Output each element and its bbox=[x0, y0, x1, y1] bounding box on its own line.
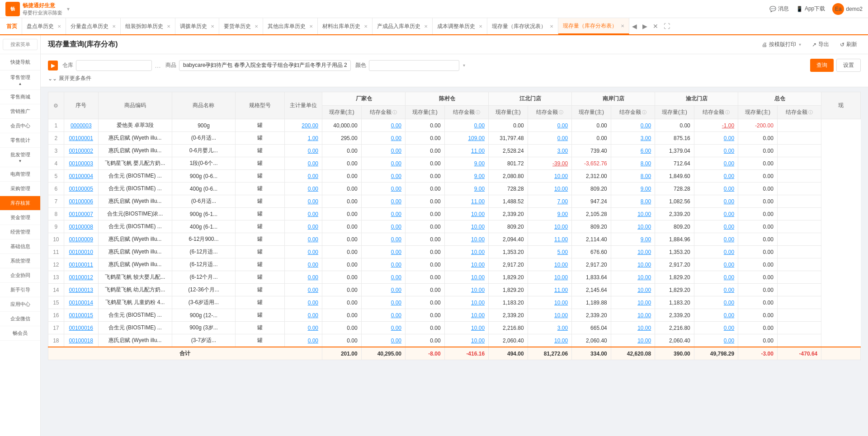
sidebar-search-area: 搜索英单 bbox=[0, 35, 40, 54]
table-row: 800100007合生元(BIOSTIME)浓...900g (6-1...罐0… bbox=[48, 208, 861, 220]
col-factory-amt: 结存金额ⓘ bbox=[361, 106, 405, 119]
print-btn[interactable]: 🖨 按模版打印 ▾ bbox=[758, 39, 805, 50]
page-header: 现存量查询(库存分布) 🖨 按模版打印 ▾ ↗ 导出 ↺ 刷新 bbox=[41, 35, 868, 54]
close-icon[interactable]: ✕ bbox=[167, 24, 170, 29]
tab-stock-dist[interactable]: 现存量（库存分布表） ✕ bbox=[558, 18, 629, 34]
close-icon[interactable]: ✕ bbox=[57, 24, 61, 29]
table-row: 700100006惠氏启赋 (Wyeth illu...(0-6月适...罐0.… bbox=[48, 195, 861, 208]
col-chenlu-stock: 现存量(主) bbox=[406, 106, 445, 119]
user-area[interactable]: Ea demo2 bbox=[832, 3, 863, 15]
warehouse-input[interactable] bbox=[76, 60, 152, 71]
close-icon[interactable]: ✕ bbox=[424, 24, 428, 29]
sidebar-item-member[interactable]: 会员中心 bbox=[0, 119, 40, 133]
filter-expand-btn[interactable]: ▶ bbox=[48, 61, 58, 70]
filter-row: ▶ 仓库 … 商品 颜色 ▾ 查询 设置 bbox=[48, 59, 861, 72]
col-nanan-stock: 现存量(主) bbox=[572, 106, 611, 119]
col-total-stock: 现存量(主) bbox=[738, 106, 778, 119]
sidebar-item-retail-store[interactable]: 零售商城 bbox=[0, 90, 40, 104]
sidebar-item-label: 库存核算 bbox=[10, 200, 30, 206]
top-bar-right: 💬 消息 📱 App下载 Ea demo2 bbox=[769, 3, 863, 15]
color-field: 颜色 ▾ bbox=[355, 60, 465, 71]
query-btn[interactable]: 查询 bbox=[810, 59, 834, 72]
export-btn[interactable]: ↗ 导出 bbox=[808, 39, 833, 50]
expand-more-btn[interactable]: ⌄⌄ 展开更多条件 bbox=[48, 75, 861, 82]
table-container[interactable]: ⚙ 序号 商品编码 商品名称 规格型号 主计量单位 厂家仓 陈村仓 江北门店 南… bbox=[41, 87, 868, 436]
col-yubeimen-amt: 结存金额ⓘ bbox=[694, 106, 738, 119]
sidebar-item-retail-stats[interactable]: 零售统计 bbox=[0, 133, 40, 148]
sidebar-item-inventory[interactable]: 库存核算 bbox=[0, 196, 40, 211]
tab-home[interactable]: 首页 bbox=[2, 18, 22, 34]
tab-expand-btn[interactable]: ⛶ bbox=[661, 23, 673, 30]
tab-next-btn[interactable]: ▶ bbox=[640, 23, 650, 30]
summary-row: 合计201.0040,295.00-8.00-416.16494.0081,27… bbox=[48, 347, 861, 360]
tab-sub-stocktake[interactable]: 分量盘点单历史 ✕ bbox=[66, 18, 121, 34]
close-icon[interactable]: ✕ bbox=[255, 24, 258, 29]
sidebar-item-basics[interactable]: 基础信息 bbox=[0, 239, 40, 254]
tab-cost-adjust[interactable]: 成本调整单历史 ✕ bbox=[433, 18, 487, 34]
sidebar-item-app-center[interactable]: 应用中心 bbox=[0, 297, 40, 312]
tab-close-all-btn[interactable]: ✕ bbox=[650, 23, 661, 30]
close-icon[interactable]: ✕ bbox=[309, 24, 313, 29]
col-total-header: 总仓 bbox=[738, 92, 821, 106]
sidebar-item-label: 批发管理 bbox=[10, 151, 30, 158]
message-btn[interactable]: 💬 消息 bbox=[769, 5, 789, 13]
sidebar-item-marketing[interactable]: 营销推广 bbox=[0, 104, 40, 119]
sidebar-item-finance[interactable]: 资金管理 bbox=[0, 211, 40, 225]
setting-btn[interactable]: 设置 bbox=[836, 59, 861, 72]
sidebar-item-ecommerce[interactable]: 电商管理 bbox=[0, 167, 40, 182]
close-icon[interactable]: ✕ bbox=[112, 24, 116, 29]
tab-material-out[interactable]: 材料出库单历史 ✕ bbox=[318, 18, 373, 34]
tab-requisition[interactable]: 要货单历史 ✕ bbox=[219, 18, 263, 34]
dots-icon: … bbox=[155, 62, 161, 69]
tab-transfer[interactable]: 调拨单历史 ✕ bbox=[175, 18, 219, 34]
tab-stock-status[interactable]: 现存量（库存状况表） ✕ bbox=[487, 18, 558, 34]
tab-product-in[interactable]: 产成品入库单历史 ✕ bbox=[373, 18, 433, 34]
tab-stocktake[interactable]: 盘点单历史 ✕ bbox=[22, 18, 66, 34]
col-spec-header: 规格型号 bbox=[236, 92, 284, 119]
sidebar-item-enterprise[interactable]: 企业协同 bbox=[0, 268, 40, 283]
refresh-btn[interactable]: ↺ 刷新 bbox=[836, 39, 861, 50]
sidebar-item-member2[interactable]: 畅会员 bbox=[0, 326, 40, 341]
tab-other-out[interactable]: 其他出库单历史 ✕ bbox=[263, 18, 318, 34]
table-row: 1700100016合生元 (BIOSTIME) ...900g (3岁...罐… bbox=[48, 322, 861, 334]
col-total-amt: 结存金额ⓘ bbox=[777, 106, 821, 119]
col-chenlu-header: 陈村仓 bbox=[406, 92, 489, 106]
dropdown-icon[interactable]: ▾ bbox=[67, 6, 70, 12]
close-icon[interactable]: ✕ bbox=[550, 24, 553, 29]
close-icon[interactable]: ✕ bbox=[364, 24, 368, 29]
close-icon[interactable]: ✕ bbox=[479, 24, 482, 29]
content-area: 现存量查询(库存分布) 🖨 按模版打印 ▾ ↗ 导出 ↺ 刷新 bbox=[41, 35, 868, 436]
color-input[interactable] bbox=[369, 60, 459, 71]
quick-nav-btn[interactable]: 快捷导航 bbox=[0, 56, 40, 68]
col-settings-header[interactable]: ⚙ bbox=[48, 92, 64, 119]
tab-prev-btn[interactable]: ◀ bbox=[629, 23, 640, 30]
sidebar: 搜索英单 快捷导航 零售管理 ▲ 零售商城 营销推广 会员中心 零售统计 批发管… bbox=[0, 35, 41, 436]
col-yubeimen-stock: 现存量(主) bbox=[655, 106, 694, 119]
sidebar-item-retail-mgmt[interactable]: 零售管理 ▲ bbox=[0, 70, 40, 90]
sidebar-item-wholesale[interactable]: 批发管理 ▼ bbox=[0, 148, 40, 167]
col-nanan-header: 南岸门店 bbox=[572, 92, 655, 106]
col-factory-stock: 现存量(主) bbox=[322, 106, 361, 119]
table-row: 1400100013飞鹤星飞帆 幼儿配方奶...(12-36个月...罐0.00… bbox=[48, 284, 861, 296]
col-chenlu-amt: 结存金额ⓘ bbox=[444, 106, 488, 119]
close-icon[interactable]: ✕ bbox=[621, 23, 624, 28]
sidebar-item-system[interactable]: 系统管理 bbox=[0, 254, 40, 268]
app-download-btn[interactable]: 📱 App下载 bbox=[796, 5, 825, 13]
sidebar-item-guide[interactable]: 新手引导 bbox=[0, 283, 40, 297]
table-row: 200100001惠氏启赋 (Wyeth illu...(0-6月适...罐1.… bbox=[48, 132, 861, 145]
sidebar-item-label: 畅会员 bbox=[13, 330, 28, 337]
tabs-bar: 首页 盘点单历史 ✕ 分量盘点单历史 ✕ 组装拆卸单历史 ✕ 调拨单历史 ✕ 要… bbox=[0, 18, 868, 35]
search-btn[interactable]: 搜索英单 bbox=[3, 39, 38, 50]
sidebar-item-purchase[interactable]: 采购管理 bbox=[0, 182, 40, 196]
col-unit-header: 主计量单位 bbox=[284, 92, 322, 119]
sidebar-item-label: 经营管理 bbox=[10, 229, 30, 235]
sidebar-item-wechat[interactable]: 企业微信 bbox=[0, 312, 40, 326]
sidebar-item-label: 企业微信 bbox=[10, 315, 30, 322]
sidebar-item-operations[interactable]: 经营管理 bbox=[0, 225, 40, 239]
close-icon[interactable]: ✕ bbox=[211, 24, 214, 29]
tab-assemble[interactable]: 组装拆卸单历史 ✕ bbox=[121, 18, 175, 34]
product-field: 商品 bbox=[165, 60, 351, 71]
product-input[interactable] bbox=[179, 60, 351, 71]
col-name-header: 商品名称 bbox=[172, 92, 236, 119]
filter-action-btns: 查询 设置 bbox=[810, 59, 861, 72]
